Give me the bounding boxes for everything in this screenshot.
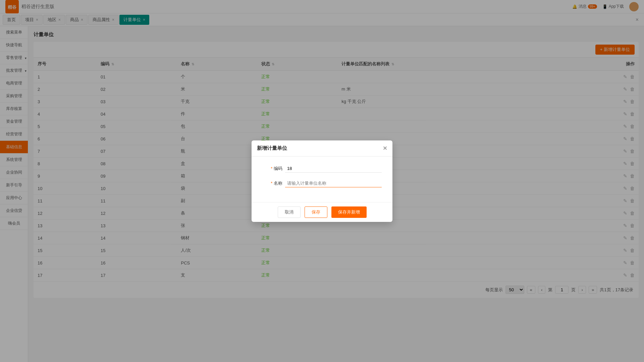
name-input[interactable] bbox=[285, 179, 382, 187]
modal-body: 编码 名称 bbox=[252, 157, 392, 202]
modal-header: 新增计量单位 ✕ bbox=[252, 140, 392, 157]
code-label: 编码 bbox=[262, 166, 282, 172]
name-label: 名称 bbox=[262, 180, 282, 186]
modal-close-button[interactable]: ✕ bbox=[383, 145, 387, 152]
modal-title: 新增计量单位 bbox=[257, 145, 287, 152]
save-button[interactable]: 保存 bbox=[305, 206, 327, 218]
form-row-code: 编码 bbox=[262, 165, 382, 173]
modal-overlay[interactable]: 新增计量单位 ✕ 编码 名称 取消 保存 保存并新增 bbox=[0, 0, 644, 362]
save-add-button[interactable]: 保存并新增 bbox=[331, 206, 367, 218]
code-input[interactable] bbox=[285, 165, 382, 173]
form-row-name: 名称 bbox=[262, 179, 382, 187]
add-unit-modal: 新增计量单位 ✕ 编码 名称 取消 保存 保存并新增 bbox=[252, 140, 392, 222]
cancel-button[interactable]: 取消 bbox=[278, 206, 301, 218]
modal-footer: 取消 保存 保存并新增 bbox=[252, 202, 392, 222]
